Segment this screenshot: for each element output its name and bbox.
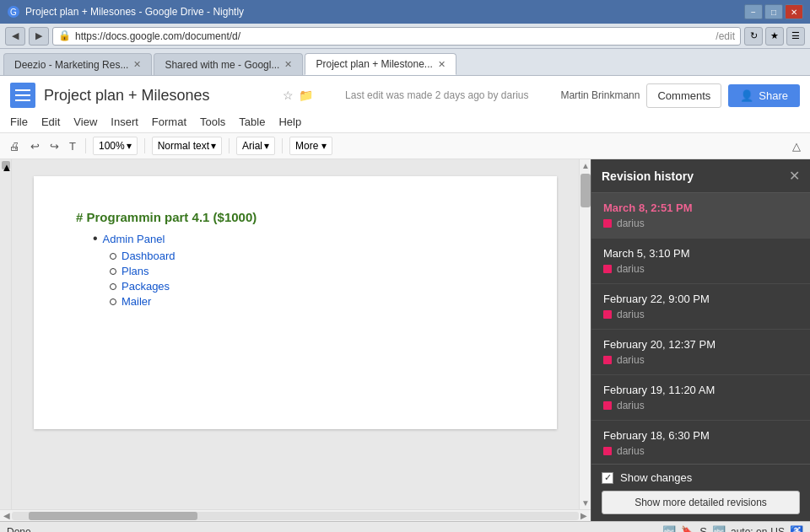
scroll-top-btn[interactable]: ▲: [2, 161, 10, 169]
hscroll-right-btn[interactable]: ▶: [580, 511, 587, 520]
toolbar-sep-4: [282, 138, 283, 153]
font-selector[interactable]: Arial ▾: [236, 137, 275, 155]
menu-button[interactable]: ☰: [786, 27, 805, 46]
bookmark-icon[interactable]: 🔖: [681, 525, 694, 532]
title-bar-icon: G: [7, 5, 20, 19]
rev-author-2: darius: [603, 309, 798, 320]
hscroll-left-btn[interactable]: ◀: [3, 511, 10, 520]
tab-shared-label: Shared with me - Googl...: [165, 59, 279, 71]
undo-icon[interactable]: ↩: [28, 137, 42, 155]
tab-project-label: Project plan + Milestone...: [316, 58, 432, 70]
paint-format-icon[interactable]: T: [67, 137, 78, 155]
toolbar-sep-1: [85, 138, 86, 153]
doc-heading: # Programmin part 4.1 ($1000): [76, 210, 515, 224]
menu-help[interactable]: Help: [278, 113, 301, 131]
scroll-up-btn[interactable]: ▲: [580, 159, 591, 172]
plans-text: Plans: [122, 265, 149, 277]
show-detailed-button[interactable]: Show more detailed revisions: [602, 491, 800, 514]
rev-dot-2: [603, 310, 612, 319]
tab-project-close[interactable]: ✕: [438, 59, 446, 70]
menu-file[interactable]: File: [10, 113, 28, 131]
rev-dot-4: [603, 401, 612, 410]
rev-dot-5: [603, 447, 612, 455]
zoom-selector[interactable]: 100% ▾: [93, 137, 138, 155]
spell-check-icon[interactable]: S: [699, 525, 707, 532]
h-scroll-thumb[interactable]: [29, 512, 197, 520]
rev-date-4: February 19, 11:20 AM: [603, 384, 798, 396]
share-button[interactable]: 👤 Share: [728, 84, 800, 107]
more-button[interactable]: More ▾: [289, 137, 332, 155]
doc-area: # Programmin part 4.1 ($1000) • Admin Pa…: [12, 159, 579, 509]
menu-view[interactable]: View: [73, 113, 97, 131]
url-start: https://docs.google.com/document/d/: [75, 30, 716, 42]
comments-button[interactable]: Comments: [646, 83, 721, 108]
revision-item-4[interactable]: February 19, 11:20 AM darius: [591, 375, 810, 421]
show-changes-label[interactable]: Show changes: [620, 471, 692, 484]
revision-item-3[interactable]: February 20, 12:37 PM darius: [591, 330, 810, 375]
rev-date-5: February 18, 6:30 PM: [603, 429, 798, 442]
url-bar[interactable]: 🔒 https://docs.google.com/document/d/ /e…: [52, 27, 741, 46]
redo-icon[interactable]: ↪: [47, 137, 62, 155]
doc-scrollbar[interactable]: ▲ ▼: [579, 159, 591, 509]
close-button[interactable]: ✕: [785, 4, 803, 19]
h-scrollbar[interactable]: ◀ ▶: [0, 509, 591, 521]
tab-project[interactable]: Project plan + Milestone... ✕: [305, 53, 456, 75]
style-selector[interactable]: Normal text ▾: [152, 137, 222, 155]
refresh-button[interactable]: ↻: [744, 27, 763, 46]
folder-icon[interactable]: 📁: [299, 89, 313, 102]
rev-dot-0: [603, 219, 612, 228]
circle-bullet-2: [110, 268, 116, 275]
dashboard-text: Dashboard: [122, 250, 176, 262]
menu-table[interactable]: Table: [239, 113, 265, 131]
back-button[interactable]: ◀: [5, 27, 25, 46]
heading-text: # Programmin part 4.1: [76, 210, 213, 224]
revision-item-5[interactable]: February 18, 6:30 PM darius: [591, 421, 810, 464]
tab-shared-close[interactable]: ✕: [284, 59, 292, 70]
lang-icon[interactable]: 🔤: [712, 525, 726, 532]
addr-right-buttons: ↻ ★ ☰: [744, 27, 805, 46]
share-icon: 👤: [740, 89, 753, 102]
show-changes-checkbox[interactable]: ✓: [602, 472, 613, 484]
doc-page: # Programmin part 4.1 ($1000) • Admin Pa…: [34, 176, 557, 429]
title-bar: G Project plan + Milesones - Google Driv…: [0, 0, 810, 24]
status-text: Done: [7, 526, 656, 533]
lang-text: auto: en-US: [731, 526, 785, 533]
menu-bar: File Edit View Insert Format Tools Table…: [0, 111, 810, 133]
tab-deezio[interactable]: Deezio - Marketing Res... ✕: [3, 53, 152, 75]
rev-author-0: darius: [603, 218, 798, 229]
lock-icon: 🔒: [58, 30, 72, 43]
star-button[interactable]: ★: [765, 27, 784, 46]
heading-highlight: ($1000): [213, 210, 257, 224]
revision-list[interactable]: March 8, 2:51 PM darius March 5, 3:10 PM…: [591, 193, 810, 464]
scroll-down-btn[interactable]: ▼: [580, 497, 591, 509]
address-bar: ◀ ▶ 🔒 https://docs.google.com/document/d…: [0, 24, 810, 49]
hamburger-menu[interactable]: [10, 83, 35, 108]
maximize-button[interactable]: □: [764, 4, 783, 19]
collapse-icon[interactable]: △: [790, 137, 803, 155]
revision-history-title: Revision history: [602, 169, 694, 183]
translate-icon[interactable]: 🔤: [662, 525, 676, 532]
ham-line-3: [15, 99, 30, 101]
menu-format[interactable]: Format: [152, 113, 186, 131]
tab-shared[interactable]: Shared with me - Googl... ✕: [154, 53, 303, 75]
revision-item-1[interactable]: March 5, 3:10 PM darius: [591, 239, 810, 284]
accessibility-icon[interactable]: ♿: [790, 525, 803, 532]
revision-close-button[interactable]: ✕: [789, 168, 800, 184]
menu-tools[interactable]: Tools: [200, 113, 225, 131]
scroll-thumb[interactable]: [580, 174, 591, 207]
menu-insert[interactable]: Insert: [111, 113, 138, 131]
star-icon[interactable]: ☆: [283, 89, 294, 102]
circle-bullet-3: [110, 283, 116, 290]
tab-deezio-close[interactable]: ✕: [133, 59, 141, 70]
minimize-button[interactable]: −: [744, 4, 763, 19]
main-area: ▲ # Programmin part 4.1 ($1000) • Admin …: [0, 159, 810, 521]
h-scroll-track[interactable]: [12, 512, 579, 520]
revision-panel: Revision history ✕ March 8, 2:51 PM dari…: [591, 159, 810, 521]
revision-item-2[interactable]: February 22, 9:00 PM darius: [591, 284, 810, 330]
rev-date-2: February 22, 9:00 PM: [603, 293, 798, 305]
menu-edit[interactable]: Edit: [41, 113, 60, 131]
gdocs-header: Project plan + Milesones ☆ 📁 Last edit w…: [0, 76, 810, 111]
print-icon[interactable]: 🖨: [7, 137, 23, 155]
revision-item-0[interactable]: March 8, 2:51 PM darius: [591, 193, 810, 239]
forward-button[interactable]: ▶: [29, 27, 49, 46]
